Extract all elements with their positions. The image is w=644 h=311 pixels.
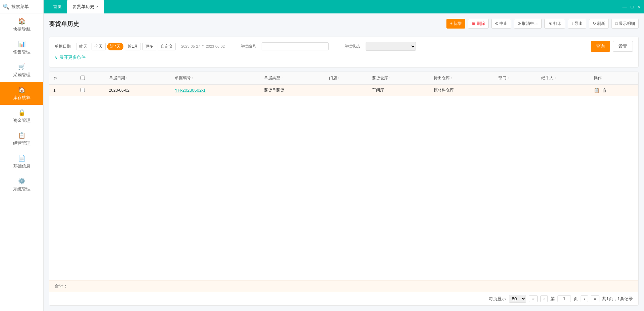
filter-actions: 查询 设置 — [591, 41, 633, 52]
prev-btn[interactable]: ‹ — [540, 295, 548, 302]
next-group-btn[interactable]: » — [591, 295, 599, 302]
expand-filter-btn[interactable]: ∨ 展开更多条件 — [55, 54, 86, 60]
window-minimize-btn[interactable]: — — [623, 4, 627, 9]
col-settings[interactable]: ⚙ — [49, 72, 76, 85]
col-handler[interactable]: 经手人 — [537, 72, 590, 85]
table-container: ⚙ 单据日期 单据编号 单据类型 门店 要货仓库 待出仓库 部门 经手人 操作 — [49, 72, 639, 306]
inventory-icon: 🏠 — [18, 86, 25, 93]
sidebar-item-label: 库存核算 — [13, 95, 31, 101]
row-checkbox[interactable] — [80, 88, 85, 92]
sidebar-item-label: 采购管理 — [13, 72, 31, 78]
total-label: 合计： — [55, 283, 68, 289]
col-doc-type[interactable]: 单据类型 — [260, 72, 325, 85]
sidebar-item-label: 系统管理 — [13, 186, 31, 192]
sidebar-item-quick-nav[interactable]: 🏠 快捷导航 — [0, 13, 43, 36]
sidebar-item-label: 基础信息 — [13, 163, 31, 169]
page-size-select[interactable]: 50 10 20 100 — [509, 295, 526, 303]
cell-handler — [537, 85, 590, 96]
date-btn-more[interactable]: 更多 — [142, 43, 156, 50]
sidebar-item-purchase-mgmt[interactable]: 🛒 采购管理 — [0, 59, 43, 82]
gear-icon: ⚙️ — [18, 177, 25, 185]
sidebar-item-inventory[interactable]: 🏠 库存核算 — [0, 82, 43, 105]
cell-checkbox — [76, 85, 105, 96]
window-maximize-btn[interactable]: □ — [631, 4, 634, 9]
date-btn-last1month[interactable]: 近1月 — [125, 43, 141, 50]
cell-department — [494, 85, 537, 96]
tab-requisition-history[interactable]: 要货单历史 × — [67, 0, 104, 13]
date-btn-today[interactable]: 今天 — [92, 43, 106, 50]
clipboard-icon: 📋 — [18, 132, 25, 139]
sidebar-item-sales-mgmt[interactable]: 📊 销售管理 — [0, 36, 43, 59]
row-edit-icon[interactable]: 📋 — [594, 88, 599, 93]
print-btn[interactable]: 🖨 打印 — [544, 19, 565, 29]
date-btn-last7days[interactable]: 近7天 — [107, 43, 123, 50]
col-checkbox — [76, 72, 105, 85]
data-table: ⚙ 单据日期 单据编号 单据类型 门店 要货仓库 待出仓库 部门 经手人 操作 — [49, 72, 638, 96]
cell-actions: 📋 🗑 — [590, 85, 638, 96]
main-area: 首页 要货单历史 × — □ × 要货单历史 + 新增 🗑 删除 ⊘ 中止 ⊘ … — [44, 0, 644, 311]
cell-store — [325, 85, 368, 96]
tab-home-label: 首页 — [53, 4, 62, 10]
cell-index: 1 — [49, 85, 76, 96]
tab-close-btn[interactable]: × — [96, 4, 99, 9]
toolbar: + 新增 🗑 删除 ⊘ 中止 ⊘ 取消中止 🖨 打印 ↑ 导出 ↻ 刷新 □ 显… — [446, 19, 639, 29]
filter-row-expand: ∨ 展开更多条件 — [55, 54, 633, 60]
sidebar: 🔍 搜索菜单 🏠 快捷导航 📊 销售管理 🛒 采购管理 🏠 库存核算 🔒 资金管… — [0, 0, 44, 311]
page-size-label: 每页显示 — [489, 296, 506, 302]
cell-req-warehouse: 车间库 — [368, 85, 430, 96]
refresh-btn[interactable]: ↻ 刷新 — [589, 19, 609, 29]
stop-btn[interactable]: ⊘ 中止 — [491, 19, 511, 29]
chevron-down-icon: ∨ — [55, 55, 58, 60]
doc-status-select[interactable] — [366, 42, 416, 51]
cell-doc-date: 2023-06-02 — [105, 85, 171, 96]
col-department[interactable]: 部门 — [494, 72, 537, 85]
show-detail-btn[interactable]: □ 显示明细 — [611, 19, 639, 29]
col-doc-date[interactable]: 单据日期 — [105, 72, 171, 85]
document-icon: 📄 — [18, 154, 25, 162]
tab-home[interactable]: 首页 — [48, 0, 67, 13]
col-pending-warehouse[interactable]: 待出仓库 — [430, 72, 494, 85]
export-btn[interactable]: ↑ 导出 — [568, 19, 586, 29]
home-icon: 🏠 — [18, 17, 25, 25]
sidebar-item-finance[interactable]: 🔒 资金管理 — [0, 105, 43, 128]
search-icon: 🔍 — [3, 3, 9, 10]
sidebar-item-operations[interactable]: 📋 经营管理 — [0, 128, 43, 150]
page-number-input[interactable] — [557, 295, 571, 302]
new-btn[interactable]: + 新增 — [446, 19, 465, 29]
table-footer: 合计： — [49, 280, 638, 292]
doc-no-label: 单据编号 — [240, 44, 256, 49]
filter-settings-btn[interactable]: 设置 — [613, 41, 633, 52]
date-btn-yesterday[interactable]: 昨天 — [76, 43, 90, 50]
sidebar-item-label: 快捷导航 — [13, 26, 31, 32]
prev-group-btn[interactable]: « — [529, 295, 537, 302]
doc-status-label: 单据状态 — [344, 44, 360, 49]
expand-filter-label: 展开更多条件 — [59, 54, 86, 60]
query-btn[interactable]: 查询 — [591, 41, 610, 52]
col-req-warehouse[interactable]: 要货仓库 — [368, 72, 430, 85]
col-doc-no[interactable]: 单据编号 — [171, 72, 260, 85]
delete-btn[interactable]: 🗑 删除 — [468, 19, 488, 29]
filter-row-1: 单据日期 昨天 今天 近7天 近1月 更多 自定义 2023-05-27 至 2… — [55, 41, 633, 52]
col-store[interactable]: 门店 — [325, 72, 368, 85]
date-range-display: 2023-05-27 至 2023-06-02 — [181, 44, 225, 49]
window-close-btn[interactable]: × — [637, 4, 640, 9]
next-btn[interactable]: › — [581, 295, 588, 302]
doc-no-link[interactable]: YH-20230602-1 — [175, 88, 206, 93]
top-nav: 首页 要货单历史 × — □ × — [44, 0, 644, 13]
cart-icon: 🛒 — [18, 63, 25, 71]
sidebar-item-basic-info[interactable]: 📄 基础信息 — [0, 150, 43, 173]
sidebar-item-label: 经营管理 — [13, 140, 31, 146]
cell-pending-warehouse: 原材料仓库 — [430, 85, 494, 96]
row-delete-icon[interactable]: 🗑 — [602, 88, 607, 93]
page-label: 第 — [550, 296, 555, 302]
date-btn-custom[interactable]: 自定义 — [158, 43, 176, 50]
doc-no-input[interactable] — [262, 42, 329, 50]
cancel-stop-btn[interactable]: ⊘ 取消中止 — [514, 19, 542, 29]
page-suffix: 页 — [574, 296, 578, 302]
select-all-checkbox[interactable] — [80, 76, 85, 80]
chart-icon: 📊 — [18, 40, 25, 48]
filter-area: 单据日期 昨天 今天 近7天 近1月 更多 自定义 2023-05-27 至 2… — [49, 37, 639, 68]
page-content: 要货单历史 + 新增 🗑 删除 ⊘ 中止 ⊘ 取消中止 🖨 打印 ↑ 导出 ↻ … — [44, 13, 644, 311]
sidebar-item-system[interactable]: ⚙️ 系统管理 — [0, 173, 43, 196]
sidebar-search[interactable]: 🔍 搜索菜单 — [0, 0, 43, 13]
